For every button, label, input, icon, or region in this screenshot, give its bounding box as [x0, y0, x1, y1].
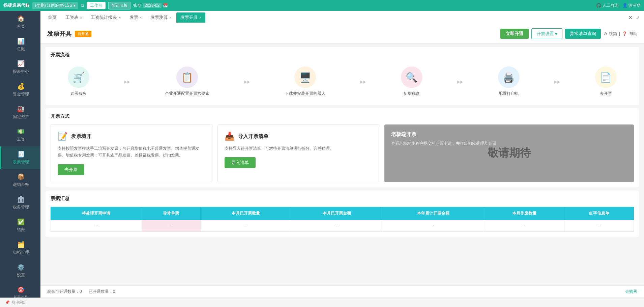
import-icon: 📥 [225, 132, 235, 141]
service-label: 人工咨询 [602, 3, 618, 8]
help-icon[interactable]: ❓ [622, 31, 627, 36]
summary-col-5: 本月作废数量 [484, 207, 564, 220]
coming-soon-text: 敬请期待 [488, 146, 531, 161]
sidebar-label-invoice-mgmt: 发票管理 [13, 159, 29, 165]
user-info[interactable]: 👤 徐泽华 [622, 3, 641, 8]
header-right-info: ⊙ 视频 | ❓ 帮助 [604, 31, 637, 37]
close-tab-button[interactable]: ✕ [628, 14, 633, 21]
restore-tab-button[interactable]: ⤢ [635, 14, 641, 21]
sidebar-item-settlement[interactable]: ✅结账 [0, 214, 40, 237]
workspace-button[interactable]: 工作台 [87, 2, 106, 9]
tab-payroll[interactable]: 工资表× [61, 12, 86, 23]
methods-cards: 📝 发票填开 支持按照发票样式手工填写开发票；可开具增值税电子普通发票、增值税普… [51, 124, 634, 182]
sidebar-label-assets: 固定资产 [13, 114, 29, 120]
page-content: 发票开具 待开通 立即开通 开票设置 ▾ 异常清单查询 ⊙ 视频 | ❓ [40, 24, 644, 285]
content-area: 首页工资表×工资统计报表×发票×发票测算×发票开具× ✕ ⤢ 发票开具 待开通 … [40, 11, 644, 298]
page-header: 发票开具 待开通 立即开通 开票设置 ▾ 异常清单查询 ⊙ 视频 | ❓ [40, 24, 644, 44]
tab-close-invoice[interactable]: × [140, 16, 142, 20]
step-config[interactable]: 📋企业开通配置开票六要素 [165, 66, 209, 96]
headset-icon: 🎧 [596, 3, 601, 8]
tab-bar: 首页工资表×工资统计报表×发票×发票测算×发票开具× ✕ ⤢ [40, 11, 644, 24]
go-open-ticket-button[interactable]: 去开票 [58, 164, 84, 175]
video-icon[interactable]: ⊙ [604, 31, 607, 36]
tab-payroll-report[interactable]: 工资统计报表× [87, 12, 124, 23]
company-selector[interactable]: (勿删) 江西服室-LSS ▾ [32, 2, 78, 9]
sidebar-bottom: 🎯新手引导👑畅会员 [0, 282, 40, 298]
step-label-config: 企业开通配置开票六要素 [165, 91, 209, 96]
tab-invoice-tool[interactable]: 发票开具× [176, 12, 205, 23]
tab-close-invoice-calc[interactable]: × [169, 16, 171, 20]
tab-label-invoice: 发票 [129, 15, 138, 21]
open-now-button[interactable]: 立即开通 [500, 29, 529, 39]
tab-bar-actions: ✕ ⤢ [628, 14, 641, 21]
step-new-taxbox[interactable]: 🔍新增税盘 [401, 66, 422, 96]
steps-section-title: 开票流程 [51, 52, 634, 58]
sidebar-item-assets[interactable]: 🏭固定资产 [0, 101, 40, 124]
step-download[interactable]: 🖥️下载并安装开票机器人 [285, 66, 325, 96]
sidebar-label-tax: 税务管理 [13, 204, 29, 210]
summary-val-0: -- [51, 220, 142, 231]
sidebar-label-purchase: 进销台账 [13, 182, 29, 188]
abnormal-query-button[interactable]: 异常清单查询 [565, 29, 601, 39]
copy-icon[interactable]: ⧉ [81, 3, 84, 8]
reports-icon: 📈 [17, 60, 25, 67]
step-config-printer[interactable]: 🖨️配置打印机 [498, 66, 520, 96]
sidebar-label-archive: 归档管理 [13, 250, 29, 255]
page-header-actions: 立即开通 开票设置 ▾ 异常清单查询 ⊙ 视频 | ❓ 帮助 [500, 28, 637, 39]
import-list-button[interactable]: 导入清单 [225, 157, 256, 168]
step-label-download: 下载并安装开票机器人 [285, 91, 325, 96]
steps-section: 开票流程 🛒购买服务▸▸📋企业开通配置开票六要素▸▸🖥️下载并安装开票机器人▸▸… [46, 47, 639, 105]
service-link[interactable]: 🎧 人工咨询 [596, 3, 618, 8]
settings-button[interactable]: 开票设置 ▾ [531, 28, 562, 39]
summary-col-1: 异常单票 [142, 207, 200, 220]
pin-icon: 📌 [5, 300, 10, 305]
help-label: 帮助 [629, 31, 637, 37]
switch-version-button[interactable]: 切到旧版 [108, 2, 130, 9]
summary-col-4: 本年累计开票金额 [382, 207, 484, 220]
sidebar-label-settlement: 结账 [17, 227, 25, 233]
sidebar-item-guide[interactable]: 🎯新手引导 [0, 282, 40, 298]
sidebar-item-ledger[interactable]: 📊总账 [0, 33, 40, 56]
sidebar-item-payroll[interactable]: 💵工资 [0, 124, 40, 146]
period-info: 账期 2023-02 📅 [133, 3, 168, 8]
sidebar-item-reports[interactable]: 📈报表中心 [0, 56, 40, 79]
bottom-bar-left: 剩余可开通数量：0 已开通数量：0 [47, 289, 115, 295]
guide-icon: 🎯 [17, 286, 25, 294]
chevron-down-icon: ▾ [555, 31, 557, 36]
fill-desc: 支持按照发票样式手工填写开发票；可开具增值税电子普通发票、增值税普通发票、增值税… [58, 145, 205, 159]
tab-invoice[interactable]: 发票× [125, 12, 146, 23]
tab-invoice-calc[interactable]: 发票测算× [146, 12, 175, 23]
tab-close-invoice-tool[interactable]: × [199, 16, 201, 20]
summary-col-3: 本月已开票金额 [291, 207, 382, 220]
calendar-icon[interactable]: 📅 [163, 3, 168, 8]
fill-icon: 📝 [58, 132, 68, 141]
step-icon-config: 📋 [176, 66, 198, 88]
step-label-open-ticket: 去开票 [600, 91, 612, 96]
sidebar-item-home[interactable]: 🏠首页 [0, 11, 40, 33]
tab-home[interactable]: 首页 [44, 12, 61, 23]
go-purchase-link[interactable]: 去购买 [625, 289, 637, 295]
step-open-ticket[interactable]: 📄去开票 [595, 66, 617, 96]
sidebar-item-settings[interactable]: ⚙️设置 [0, 259, 40, 282]
pin-label: 取消固定 [12, 300, 27, 305]
summary-title: 票据汇总 [51, 196, 634, 202]
sidebar-item-archive[interactable]: 🗂️归档管理 [0, 237, 40, 259]
tab-label-invoice-calc: 发票测算 [150, 15, 168, 21]
assets-icon: 🏭 [17, 105, 25, 113]
step-arrow-1: ▸▸ [244, 78, 250, 85]
step-icon-config-printer: 🖨️ [498, 66, 520, 88]
sidebar-item-invoice-mgmt[interactable]: 🧾发票管理 [0, 146, 40, 169]
video-label: 视频 [609, 31, 617, 37]
step-buy-service[interactable]: 🛒购买服务 [68, 66, 89, 96]
sidebar-item-tax[interactable]: 🏛️税务管理 [0, 192, 40, 214]
home-icon: 🏠 [17, 15, 25, 22]
sidebar-item-funds[interactable]: 💰资金管理 [0, 79, 40, 101]
page-title-area: 发票开具 待开通 [47, 30, 91, 38]
sidebar-item-purchase[interactable]: 📦进销台账 [0, 169, 40, 192]
pin-bar[interactable]: 📌 取消固定 [0, 298, 644, 307]
company-name: (勿删) 江西服室-LSS [35, 3, 72, 8]
tab-close-payroll[interactable]: × [80, 16, 82, 20]
sidebar-label-settings: 设置 [17, 272, 25, 278]
sidebar-label-payroll: 工资 [17, 137, 25, 142]
tab-close-payroll-report[interactable]: × [118, 16, 120, 20]
